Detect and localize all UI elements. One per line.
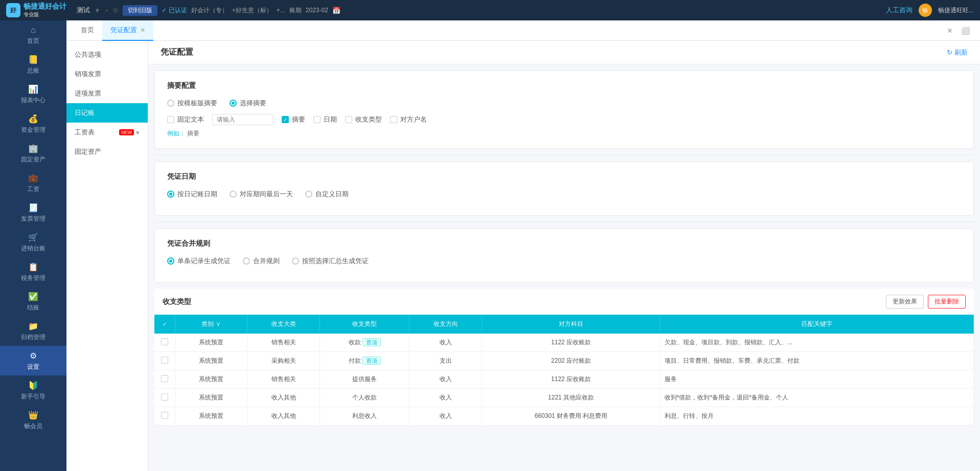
row-checkbox-1[interactable] (161, 357, 168, 364)
checkbox-row: 固定文本 ✓ 摘要 日期 收支类型 (167, 114, 961, 125)
left-nav-public-label: 公共选项 (75, 50, 101, 59)
period-label: 账期 (289, 6, 302, 15)
left-nav-purchase-inv[interactable]: 进项发票 (66, 84, 148, 103)
radio-select-circle (230, 100, 237, 107)
checkbox-fixed-text-box (167, 116, 174, 123)
radio-merge[interactable]: 合并规则 (243, 256, 280, 266)
row-checkbox-0[interactable] (161, 338, 168, 345)
row-checkbox-3[interactable] (161, 393, 168, 401)
left-nav-journal-label: 日记账 (75, 108, 95, 117)
fixed-text-label: 固定文本 (177, 115, 204, 124)
td-category-4: 系统预置 (175, 407, 247, 426)
sidebar-item-archive[interactable]: 📁 归档管理 (0, 316, 66, 346)
select-all-checkbox[interactable]: ✓ (161, 321, 168, 328)
sidebar-item-settings[interactable]: ⚙ 设置 (0, 346, 66, 375)
td-keywords-0: 欠款、现金、项目款、到款、报销款、汇入、... (660, 334, 973, 352)
sidebar-item-tax[interactable]: 📋 税务管理 (0, 257, 66, 287)
table-header-row: 收支类型 更新效果 批量删除 (154, 289, 974, 315)
left-nav-purchase-inv-label: 进项发票 (75, 89, 101, 98)
radio-template[interactable]: 按模板版摘要 (167, 99, 217, 108)
checkbox-type-label: 收支类型 (355, 115, 382, 124)
radio-custom-date-circle (305, 191, 312, 198)
refresh-btn[interactable]: ↻ 刷新 (947, 48, 968, 57)
tab-voucher[interactable]: 凭证配置 ✕ (102, 20, 153, 41)
checkbox-type[interactable]: 收支类型 (345, 115, 382, 124)
td-type-1: 付款 置顶 (320, 352, 409, 370)
tab-home[interactable]: 首页 (73, 20, 102, 41)
example-text: 例如： 摘要 (167, 129, 961, 138)
fixed-text-input[interactable] (212, 114, 274, 125)
sidebar-item-guide[interactable]: 🔰 新手引导 (0, 375, 66, 405)
update-btn[interactable]: 更新效果 (886, 295, 924, 309)
date-radio-group: 按日记账日期 对应期间最后一天 自定义日期 (167, 190, 961, 199)
switch-old-btn[interactable]: 切到旧版 (123, 5, 157, 16)
sidebar-item-settle[interactable]: ✅ 结账 (0, 287, 66, 316)
sidebar-item-home[interactable]: ⌂ 首页 (0, 20, 66, 50)
tax-icon: 📋 (28, 262, 38, 272)
td-type-2: 提供服务 (320, 370, 409, 389)
radio-last-day[interactable]: 对应期间最后一天 (230, 190, 293, 199)
sidebar-item-assets[interactable]: 🏢 固定资产 (0, 138, 66, 168)
left-nav-sales[interactable]: 销项发票 (66, 64, 148, 84)
window-minimize-icon[interactable]: ✕ (943, 27, 957, 35)
table-row: 系统预置 收入其他 利息收入 收入 660301 财务费用 利息费用 利息、行转… (154, 407, 974, 426)
left-nav-sales-label: 销项发票 (75, 69, 101, 79)
sidebar-item-purchase[interactable]: 🛒 进销台账 (0, 227, 66, 257)
page-container: 公共选项 销项发票 进项发票 日记账 工资表 NEW ▾ (66, 41, 980, 471)
tab-close-icon[interactable]: ✕ (140, 27, 145, 34)
td-keywords-2: 服务 (660, 370, 973, 389)
td-checkbox-2[interactable] (154, 370, 175, 389)
sidebar-item-member[interactable]: 👑 畅会员 (0, 405, 66, 435)
calendar-icon[interactable]: 📅 (332, 7, 340, 14)
sidebar-item-report[interactable]: 📊 报表中心 (0, 79, 66, 109)
sidebar-label-salary: 工资 (27, 185, 39, 194)
checkbox-counterparty[interactable]: 对方户名 (390, 115, 427, 124)
checkbox-summary-label: 摘要 (292, 115, 305, 124)
th-category: 类别 ∨ (175, 315, 247, 334)
top-tag-0: 置顶 (362, 338, 381, 346)
content-area: 首页 凭证配置 ✕ ✕ ⬜ 公共选项 销项发票 进项发票 (66, 20, 980, 471)
radio-select[interactable]: 选择摘要 (230, 99, 266, 108)
left-nav-fixed-assets-label: 固定资产 (75, 147, 101, 156)
sidebar-label-tax: 税务管理 (21, 274, 45, 282)
sidebar-label-settings: 设置 (27, 363, 39, 371)
row-checkbox-2[interactable] (161, 375, 168, 382)
td-direction-2: 收入 (409, 370, 482, 389)
tab-voucher-label: 凭证配置 (110, 26, 137, 35)
td-checkbox-0[interactable] (154, 334, 175, 352)
radio-summary-gen-circle (292, 257, 299, 265)
radio-journal-date[interactable]: 按日记账日期 (167, 190, 217, 199)
checkbox-summary[interactable]: ✓ 摘要 (282, 115, 305, 124)
radio-custom-date[interactable]: 自定义日期 (305, 190, 349, 199)
radio-single[interactable]: 单条记录生成凭证 (167, 256, 231, 266)
row-checkbox-4[interactable] (161, 412, 168, 419)
left-nav-salary-sheet[interactable]: 工资表 NEW ▾ (66, 123, 148, 142)
radio-single-circle (167, 257, 174, 265)
td-checkbox-1[interactable] (154, 352, 175, 370)
radio-journal-date-label: 按日记账日期 (177, 190, 217, 199)
sidebar-item-salary[interactable]: 💼 工资 (0, 168, 66, 198)
td-checkbox-4[interactable] (154, 407, 175, 426)
sidebar-item-invoice[interactable]: 🧾 发票管理 (0, 198, 66, 227)
table-row: 系统预置 收入其他 个人收款 收入 1221 其他应收款 收到*借款，收到*备用… (154, 389, 974, 407)
left-nav-journal[interactable]: 日记账 (66, 103, 148, 123)
left-nav-fixed-assets[interactable]: 固定资产 (66, 142, 148, 161)
top-tag-1: 置顶 (362, 357, 381, 365)
sidebar-label-member: 畅会员 (24, 422, 42, 431)
td-checkbox-3[interactable] (154, 389, 175, 407)
finance-icon: 💰 (28, 114, 38, 124)
sidebar-item-finance[interactable]: 💰 资金管理 (0, 109, 66, 138)
human-service[interactable]: 人工咨询 (886, 6, 913, 15)
td-subject-1: 2202 应付账款 (482, 352, 660, 370)
checkbox-date-label: 日期 (324, 115, 337, 124)
left-nav-public[interactable]: 公共选项 (66, 45, 148, 64)
radio-template-circle (167, 100, 174, 107)
window-maximize-icon[interactable]: ⬜ (957, 27, 974, 35)
batch-delete-btn[interactable]: 批量删除 (928, 295, 966, 309)
checkbox-fixed-text[interactable]: 固定文本 (167, 115, 204, 124)
radio-summary-gen[interactable]: 按照选择汇总生成凭证 (292, 256, 369, 266)
td-main-type-4: 收入其他 (247, 407, 320, 426)
summary-radio-group: 按模板版摘要 选择摘要 (167, 99, 961, 108)
checkbox-date[interactable]: 日期 (313, 115, 337, 124)
sidebar-item-ledger[interactable]: 📒 总账 (0, 50, 66, 79)
